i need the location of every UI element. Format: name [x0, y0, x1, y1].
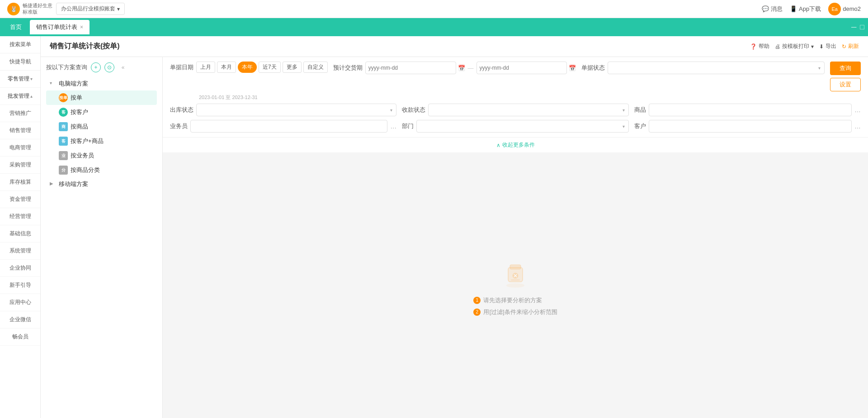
panel-settings-btn[interactable]: ⊙	[104, 62, 114, 72]
tree-section-mobile[interactable]: ▶ 移动端方案	[46, 177, 157, 191]
nav-actions: ─ □	[851, 23, 864, 31]
delivery-status-label: 出库状态	[170, 106, 193, 114]
tree-item-by-customer-product[interactable]: 客 按客户+商品	[46, 134, 157, 148]
tab-home[interactable]: 首页	[4, 20, 28, 34]
top-bar: 🐰 畅捷通好生意 标准版 办公用品行业模拟账套 ▾ 💬 消息 📱 App下载 E…	[0, 0, 868, 18]
tree-item-icon-cust-prod: 客	[59, 137, 68, 146]
expected-delivery-label: 预计交货期	[333, 64, 363, 72]
tree-item-by-category[interactable]: 分 按商品分类	[46, 163, 157, 177]
expected-delivery-date-end: 📅	[476, 62, 576, 74]
tree-item-by-customer[interactable]: 客 按客户	[46, 105, 157, 119]
payment-status-select[interactable]: ▾	[428, 104, 628, 116]
app-icon: 📱	[790, 5, 797, 12]
salesperson-input[interactable]	[190, 120, 387, 133]
export-btn[interactable]: ⬇ 导出	[819, 43, 836, 50]
panel-title: 按以下方案查询	[46, 63, 87, 71]
date-label: 单据日期	[170, 63, 193, 71]
sidebar-item-purchase[interactable]: 采购管理	[0, 157, 40, 174]
product-more-icon[interactable]: …	[854, 106, 861, 114]
sidebar-item-system[interactable]: 系统管理	[0, 242, 40, 260]
sidebar-item-marketing[interactable]: 营销推广	[0, 105, 40, 122]
main-layout: 搜索菜单 快捷导航 零售管理 ▾ 批发管理 ▴ 营销推广 销售管理 电商管理 采…	[0, 36, 868, 418]
sidebar-item-enterprise[interactable]: 企业协同	[0, 260, 40, 277]
message-icon: 💬	[762, 5, 769, 12]
sidebar-item-sales[interactable]: 销售管理	[0, 122, 40, 139]
empty-hint-1: 1 请先选择要分析的方案	[473, 296, 557, 304]
customer-input[interactable]	[649, 120, 852, 133]
message-btn[interactable]: 💬 消息	[762, 5, 783, 13]
page-header: 销售订单统计表(按单) ❓ 帮助 🖨 按模板打印 ▾ ⬇ 导出 ↻ 刷新	[41, 36, 868, 57]
calendar-start-icon[interactable]: 📅	[458, 65, 465, 71]
date-btn-custom[interactable]: 自定义	[303, 62, 328, 73]
date-btn-this-year[interactable]: 本年	[238, 62, 257, 73]
refresh-btn[interactable]: ↻ 刷新	[842, 43, 859, 50]
tab-close-btn[interactable]: ×	[80, 24, 83, 30]
print-btn[interactable]: 🖨 按模板打印 ▾	[775, 43, 814, 50]
salesperson-more-icon[interactable]: …	[390, 123, 396, 130]
salesperson-label: 业务员	[170, 122, 188, 130]
panel-add-btn[interactable]: +	[91, 62, 101, 72]
tree-section-desktop[interactable]: ▾ 电脑端方案	[46, 77, 157, 90]
sidebar-item-app-center[interactable]: 应用中心	[0, 294, 40, 311]
collapse-up-icon: ∧	[496, 142, 500, 148]
sidebar-item-wechat[interactable]: 企业微信	[0, 311, 40, 328]
tree-item-icon-sales: 业	[59, 151, 68, 160]
minimize-btn[interactable]: ─	[851, 23, 856, 31]
doc-status-select[interactable]: ▾	[608, 62, 825, 74]
plus-icon: +	[94, 64, 97, 71]
app-download-btn[interactable]: 📱 App下载	[790, 5, 821, 13]
help-btn[interactable]: ❓ 帮助	[750, 43, 769, 50]
maximize-btn[interactable]: □	[860, 23, 864, 31]
customer-more-icon[interactable]: …	[854, 123, 861, 130]
product-input[interactable]	[649, 104, 852, 116]
date-btn-7days[interactable]: 近7天	[259, 62, 281, 73]
sidebar-item-quick-nav[interactable]: 快捷导航	[0, 53, 40, 71]
collapse-icon: «	[122, 64, 125, 71]
delivery-date-end-input[interactable]	[476, 62, 567, 74]
tree-item-icon-customer: 客	[59, 108, 68, 117]
left-panel: 按以下方案查询 + ⊙ « ▾ 电脑端方案	[41, 57, 163, 418]
tree-item-by-product[interactable]: 商 按商品	[46, 119, 157, 134]
collapse-bar[interactable]: ∧ 收起更多条件	[163, 137, 868, 152]
tab-sales-order-stats[interactable]: 销售订单统计表 ×	[30, 20, 90, 34]
date-btn-last-month[interactable]: 上月	[196, 62, 215, 73]
refresh-icon: ↻	[842, 43, 846, 50]
hint-number-2: 2	[473, 309, 481, 316]
logo-area: 🐰 畅捷通好生意 标准版	[7, 3, 52, 15]
sidebar-item-retail[interactable]: 零售管理 ▾	[0, 71, 40, 88]
tree-item-icon-order: 按单	[59, 93, 68, 102]
sidebar-item-ecommerce[interactable]: 电商管理	[0, 139, 40, 157]
panel-collapse-btn[interactable]: «	[118, 62, 128, 72]
sidebar-item-member[interactable]: 畅会员	[0, 328, 40, 346]
calendar-end-icon[interactable]: 📅	[569, 65, 576, 71]
sidebar-item-finance[interactable]: 资金管理	[0, 191, 40, 208]
sidebar-item-search-menu[interactable]: 搜索菜单	[0, 36, 40, 53]
sidebar-item-wholesale[interactable]: 批发管理 ▴	[0, 88, 40, 105]
empty-hint-2: 2 用[过滤]条件来缩小分析范围	[473, 308, 557, 316]
tree-expand-mobile-icon: ▶	[50, 181, 56, 187]
sidebar-item-guide[interactable]: 新手引导	[0, 277, 40, 294]
date-btn-more[interactable]: 更多	[283, 62, 302, 73]
sidebar-item-basic-info[interactable]: 基础信息	[0, 225, 40, 242]
settings-btn[interactable]: 设置	[830, 78, 861, 91]
delivery-date-start-input[interactable]	[365, 62, 456, 74]
query-btn[interactable]: 查询	[830, 62, 861, 75]
empty-hints: 1 请先选择要分析的方案 2 用[过滤]条件来缩小分析范围	[473, 296, 557, 316]
sidebar-item-business[interactable]: 经营管理	[0, 208, 40, 225]
tree-item-by-order[interactable]: 按单 按单	[46, 90, 157, 105]
account-selector[interactable]: 办公用品行业模拟账套 ▾	[56, 3, 125, 15]
page-actions: ❓ 帮助 🖨 按模板打印 ▾ ⬇ 导出 ↻ 刷新	[750, 43, 859, 56]
department-select[interactable]: ▾	[416, 120, 628, 133]
help-icon: ❓	[750, 43, 757, 50]
top-bar-left: 🐰 畅捷通好生意 标准版 办公用品行业模拟账套 ▾	[7, 3, 125, 15]
delivery-status-select[interactable]: ▾	[196, 104, 396, 116]
department-arrow-icon: ▾	[623, 124, 625, 129]
sidebar-item-inventory[interactable]: 库存核算	[0, 174, 40, 191]
content-area: 销售订单统计表(按单) ❓ 帮助 🖨 按模板打印 ▾ ⬇ 导出 ↻ 刷新	[41, 36, 868, 418]
logo-icon: 🐰	[7, 3, 20, 15]
user-menu[interactable]: Ea demo2	[828, 3, 861, 15]
date-btn-this-month[interactable]: 本月	[217, 62, 236, 73]
right-content: 单据日期 上月 本月 本年 近7天 更多 自定义 预计交货期	[163, 57, 868, 418]
nav-tabs: 首页 销售订单统计表 × ─ □	[0, 18, 868, 36]
tree-item-by-salesperson[interactable]: 业 按业务员	[46, 148, 157, 163]
